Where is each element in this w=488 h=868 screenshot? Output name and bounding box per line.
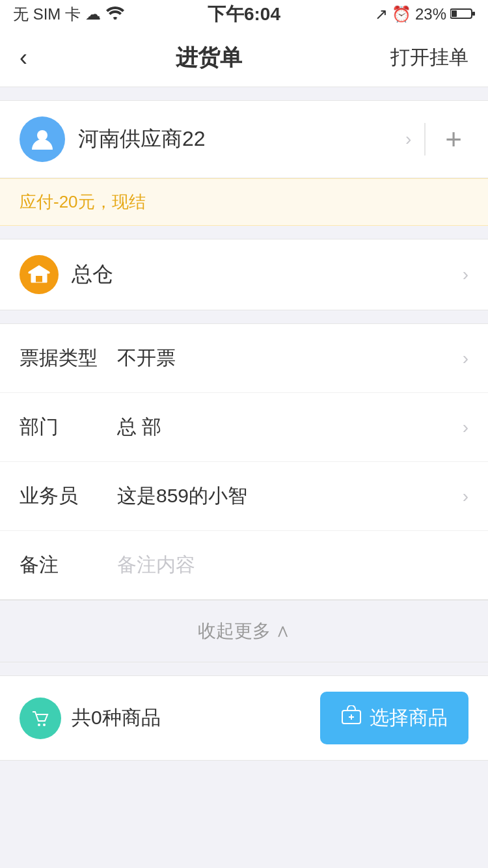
vertical-divider — [424, 123, 426, 156]
notice-text: 应付-20元，现结 — [20, 192, 146, 211]
supplier-name[interactable]: 河南供应商22 — [78, 125, 405, 154]
department-value: 总 部 — [117, 414, 463, 441]
invoice-value: 不开票 — [117, 345, 463, 372]
goods-count-text: 共0种商品 — [72, 705, 161, 731]
department-chevron: › — [463, 417, 468, 438]
bottom-bar: 共0种商品 选择商品 — [0, 675, 488, 761]
svg-point-4 — [37, 130, 47, 141]
alarm-icon: ⏰ — [392, 5, 411, 23]
supplier-avatar — [20, 116, 65, 162]
battery-icon — [450, 5, 475, 23]
note-label: 备注 — [20, 552, 98, 578]
salesperson-value: 这是859的小智 — [117, 483, 463, 509]
invoice-chevron: › — [463, 348, 468, 369]
salesperson-chevron: › — [463, 486, 468, 507]
open-hang-button[interactable]: 打开挂单 — [390, 44, 468, 71]
select-goods-label: 选择商品 — [370, 705, 448, 731]
status-bar: 无 SIM 卡 ☁ 下午6:04 ↗ ⏰ 23% — [0, 0, 488, 29]
collapse-label: 收起更多 ∧ — [198, 621, 291, 641]
goods-count-area: 共0种商品 — [20, 698, 161, 739]
note-row[interactable]: 备注 备注内容 — [0, 531, 488, 599]
svg-rect-5 — [36, 276, 42, 282]
svg-point-6 — [38, 724, 40, 726]
notice-bar: 应付-20元，现结 — [0, 178, 488, 226]
location-icon: ↗ — [375, 5, 388, 23]
salesperson-label: 业务员 — [20, 483, 98, 509]
warehouse-chevron: › — [463, 264, 468, 285]
status-right: ↗ ⏰ 23% — [375, 5, 475, 23]
salesperson-row[interactable]: 业务员 这是859的小智 › — [0, 462, 488, 531]
svg-point-7 — [43, 724, 46, 726]
add-supplier-button[interactable]: + — [439, 123, 468, 156]
note-placeholder[interactable]: 备注内容 — [117, 552, 468, 578]
back-button[interactable]: ‹ — [20, 44, 27, 72]
warehouse-name: 总仓 — [72, 260, 463, 289]
status-left: 无 SIM 卡 ☁ — [13, 4, 124, 25]
warehouse-icon — [20, 255, 59, 294]
select-goods-button[interactable]: 选择商品 — [320, 692, 468, 744]
select-goods-icon — [341, 705, 362, 731]
battery-text: 23% — [415, 5, 446, 23]
page-footer — [0, 761, 488, 868]
svg-rect-3 — [452, 10, 457, 17]
warehouse-section[interactable]: 总仓 › — [0, 239, 488, 310]
form-section: 票据类型 不开票 › 部门 总 部 › 业务员 这是859的小智 › 备注 备注… — [0, 323, 488, 600]
invoice-label: 票据类型 — [20, 345, 98, 372]
status-time: 下午6:04 — [208, 2, 280, 27]
svg-rect-2 — [472, 12, 475, 16]
wifi-icon — [106, 5, 124, 23]
supplier-section: 河南供应商22 › + — [0, 100, 488, 178]
invoice-row[interactable]: 票据类型 不开票 › — [0, 324, 488, 393]
page-title: 进货单 — [176, 43, 242, 73]
department-row[interactable]: 部门 总 部 › — [0, 393, 488, 462]
collapse-toggle[interactable]: 收起更多 ∧ — [0, 600, 488, 662]
divider-top — [0, 87, 488, 100]
nav-bar: ‹ 进货单 打开挂单 — [0, 29, 488, 87]
supplier-chevron: › — [405, 129, 411, 150]
goods-icon — [20, 698, 61, 739]
department-label: 部门 — [20, 414, 98, 441]
sim-text: 无 SIM 卡 ☁ — [13, 4, 101, 25]
